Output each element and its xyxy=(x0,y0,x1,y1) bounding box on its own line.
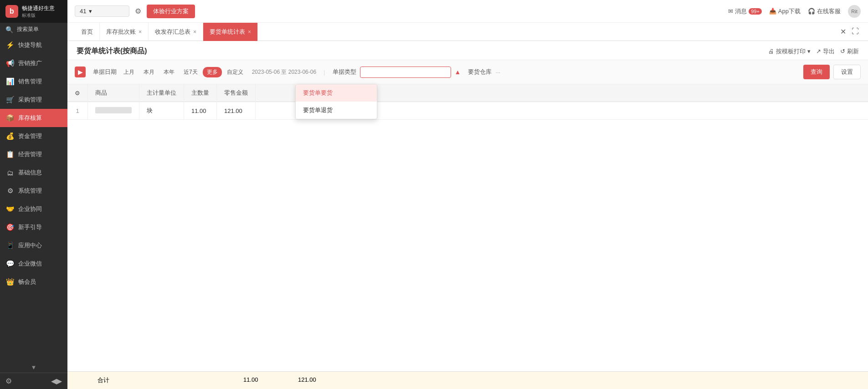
online-service-button[interactable]: 🎧 在线客服 xyxy=(808,7,841,15)
company-selector[interactable]: 41 ▾ xyxy=(75,5,129,17)
filter-date-range: 2023-05-06 至 2023-06-06 xyxy=(252,68,316,76)
chevron-down-icon: ▾ xyxy=(89,8,92,15)
message-icon: ✉ xyxy=(728,8,733,15)
filter-date-label: 单据日期 xyxy=(93,68,117,76)
topbar-left: 41 ▾ ⚙ 体验行业方案 xyxy=(75,5,195,18)
fullscreen-button[interactable]: ⛶ xyxy=(850,27,861,36)
operations-icon: 📋 xyxy=(5,150,15,159)
system-icon: ⚙ xyxy=(5,186,15,195)
marketing-icon: 📢 xyxy=(5,59,15,68)
print-icon: 🖨 xyxy=(768,48,774,55)
filter-type-chevron-up-icon[interactable]: ▲ xyxy=(455,68,461,76)
col-unit: 主计量单位 xyxy=(139,84,184,102)
sidebar-item-finance[interactable]: 💰 资金管理 xyxy=(0,127,67,145)
avatar[interactable]: Rit xyxy=(848,5,861,18)
tab-close-receivable-summary[interactable]: × xyxy=(193,29,196,35)
wechat-icon: 💬 xyxy=(5,259,15,268)
data-table: ⚙ 商品 主计量单位 主数量 零售金额 1 xyxy=(67,84,868,120)
sidebar-item-sales[interactable]: 📊 销售管理 xyxy=(0,72,67,91)
sidebar-item-marketing[interactable]: 📢 营销推广 xyxy=(0,54,67,72)
filter-bar: ▶ 单据日期 上月 本月 本年 近7天 更多 自定义 2023-05-06 至 … xyxy=(67,60,868,84)
refresh-button[interactable]: ↺ 刷新 xyxy=(840,47,859,56)
sidebar-item-appstore[interactable]: 📱 应用中心 xyxy=(0,236,67,255)
quick-nav-icon: ⚡ xyxy=(5,41,15,50)
sidebar-item-operations[interactable]: 📋 经营管理 xyxy=(0,145,67,164)
sidebar-logo: b 畅捷通好生意 标准版 xyxy=(0,0,67,23)
filter-date-last-month[interactable]: 上月 xyxy=(119,67,139,78)
chevron-down-icon: ▾ xyxy=(807,48,811,55)
filter-actions: 查询 设置 xyxy=(803,65,861,79)
sidebar-scroll-down[interactable]: ▼ xyxy=(0,362,67,373)
export-button[interactable]: ↗ 导出 xyxy=(816,47,835,56)
tab-receivable-summary[interactable]: 收发存汇总表 × xyxy=(149,23,203,41)
dropdown-item-return-goods[interactable]: 要货单退货 xyxy=(296,102,377,119)
tabs-bar: 首页 库存批次账 × 收发存汇总表 × 要货单统计表 × ✕ ⛶ xyxy=(67,23,868,41)
filter-warehouse-more-icon[interactable]: ··· xyxy=(495,69,500,76)
search-icon: 🔍 xyxy=(5,26,13,33)
trial-button[interactable]: 体验行业方案 xyxy=(147,5,195,18)
settings-icon[interactable]: ⚙ xyxy=(5,377,12,385)
tab-order-summary[interactable]: 要货单统计表 × xyxy=(203,23,258,41)
page-title: 要货单统计表(按商品) xyxy=(77,46,147,56)
sales-icon: 📊 xyxy=(5,77,15,86)
row-quantity: 11.00 xyxy=(184,102,217,120)
enterprise-icon: 🤝 xyxy=(5,205,15,214)
col-settings[interactable]: ⚙ xyxy=(67,84,88,102)
sidebar-item-enterprise[interactable]: 🤝 企业协同 xyxy=(0,200,67,218)
row-amount: 121.00 xyxy=(217,102,256,120)
col-amount: 零售金额 xyxy=(217,84,256,102)
row-unit: 块 xyxy=(139,102,184,120)
appstore-icon: 📱 xyxy=(5,241,15,250)
sidebar-item-system[interactable]: ⚙ 系统管理 xyxy=(0,182,67,200)
footer-amount: 121.00 xyxy=(291,376,345,384)
tab-home[interactable]: 首页 xyxy=(75,23,100,41)
messages-button[interactable]: ✉ 消息 99+ xyxy=(728,7,762,15)
type-dropdown: 要货单要货 要货单退货 xyxy=(295,84,377,119)
print-template-button[interactable]: 🖨 按模板打印 ▾ xyxy=(768,47,811,56)
page-header-actions: 🖨 按模板打印 ▾ ↗ 导出 ↺ 刷新 xyxy=(768,47,859,56)
app-download-button[interactable]: 📥 App下载 xyxy=(769,7,801,15)
dropdown-item-order-goods[interactable]: 要货单要货 xyxy=(296,84,377,102)
filter-date-7days[interactable]: 近7天 xyxy=(180,67,202,78)
search-menu[interactable]: 🔍 搜索菜单 xyxy=(0,23,67,36)
sidebar-item-quick-nav[interactable]: ⚡ 快捷导航 xyxy=(0,36,67,54)
col-product: 商品 xyxy=(88,84,139,102)
filter-type-input[interactable] xyxy=(360,67,451,78)
collapse-icon[interactable]: ◀▶ xyxy=(51,377,62,385)
topbar: 41 ▾ ⚙ 体验行业方案 ✉ 消息 99+ 📥 App下载 🎧 在线客服 Ri… xyxy=(67,0,868,23)
purchase-icon: 🛒 xyxy=(5,95,15,104)
sidebar-item-inventory[interactable]: 📦 库存核算 xyxy=(0,109,67,127)
filter-date-options: 上月 本月 本年 近7天 更多 自定义 xyxy=(119,67,247,78)
download-icon: 📥 xyxy=(769,8,776,15)
column-settings-icon[interactable]: ⚙ xyxy=(75,90,80,97)
page-content: 要货单统计表(按商品) 🖨 按模板打印 ▾ ↗ 导出 ↺ 刷新 ▶ xyxy=(67,41,868,389)
filter-expand-button[interactable]: ▶ xyxy=(75,67,86,77)
filter-date-this-year[interactable]: 本年 xyxy=(159,67,179,78)
close-all-tabs-button[interactable]: ✕ xyxy=(838,27,848,36)
filter-date-this-month[interactable]: 本月 xyxy=(139,67,159,78)
sidebar-item-basics[interactable]: 🗂 基础信息 xyxy=(0,164,67,182)
filter-date-custom[interactable]: 自定义 xyxy=(223,67,247,78)
page-header: 要货单统计表(按商品) 🖨 按模板打印 ▾ ↗ 导出 ↺ 刷新 xyxy=(67,41,868,60)
row-num: 1 xyxy=(67,102,88,120)
filter-date-group: 单据日期 上月 本月 本年 近7天 更多 自定义 2023-05-06 至 20… xyxy=(93,67,316,78)
sidebar-item-purchase[interactable]: 🛒 采购管理 xyxy=(0,91,67,109)
finance-icon: 💰 xyxy=(5,132,15,141)
app-logo-icon: b xyxy=(5,5,18,18)
topbar-gear-icon[interactable]: ⚙ xyxy=(135,7,141,15)
inventory-icon: 📦 xyxy=(5,113,15,123)
col-quantity: 主数量 xyxy=(184,84,217,102)
footer-label: 合计 xyxy=(90,376,181,384)
tab-inventory-batch[interactable]: 库存批次账 × xyxy=(100,23,149,41)
table-header-row: ⚙ 商品 主计量单位 主数量 零售金额 xyxy=(67,84,868,102)
filter-settings-button[interactable]: 设置 xyxy=(833,65,861,79)
tab-close-order-summary[interactable]: × xyxy=(248,29,251,35)
tab-close-inventory-batch[interactable]: × xyxy=(139,29,142,35)
query-button[interactable]: 查询 xyxy=(803,65,830,79)
sidebar-item-wechat[interactable]: 💬 企业微信 xyxy=(0,255,67,273)
table-row: 1 块 11.00 121.00 xyxy=(67,102,868,120)
filter-date-more[interactable]: 更多 xyxy=(203,67,222,77)
sidebar-item-guide[interactable]: 🎯 新手引导 xyxy=(0,218,67,236)
sidebar-item-member[interactable]: 👑 畅会员 xyxy=(0,273,67,291)
refresh-icon: ↺ xyxy=(840,48,845,55)
